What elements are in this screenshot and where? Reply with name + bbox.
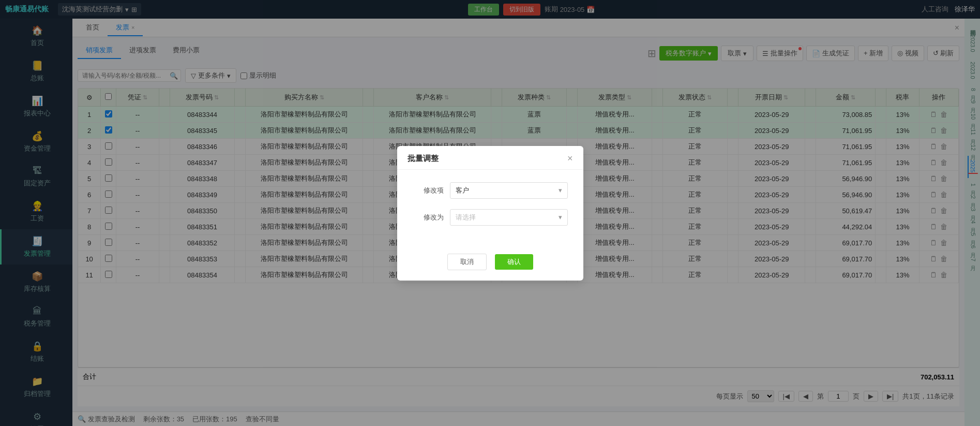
- modal-footer: 取消 确认: [397, 248, 583, 281]
- modal-change-row: 修改为 请选择 ▾: [413, 209, 568, 226]
- modal-change-label: 修改为: [413, 213, 444, 222]
- modal-overlay[interactable]: 批量调整 × 修改项 客户 ▾ 修改为 请选择 ▾ 取消 确认: [0, 0, 980, 426]
- modal-change-placeholder: 请选择: [456, 213, 476, 222]
- batch-adjust-modal: 批量调整 × 修改项 客户 ▾ 修改为 请选择 ▾ 取消 确认: [397, 146, 583, 281]
- modal-field-select[interactable]: 客户 ▾: [450, 182, 568, 199]
- modal-confirm-button[interactable]: 确认: [495, 254, 533, 270]
- modal-close-button[interactable]: ×: [567, 153, 573, 164]
- modal-cancel-button[interactable]: 取消: [447, 254, 487, 270]
- modal-body: 修改项 客户 ▾ 修改为 请选择 ▾: [397, 170, 583, 248]
- modal-field-row: 修改项 客户 ▾: [413, 182, 568, 199]
- modal-change-select[interactable]: 请选择 ▾: [450, 209, 568, 226]
- modal-field-value: 客户: [456, 186, 469, 195]
- modal-title: 批量调整: [408, 154, 439, 164]
- modal-field-label: 修改项: [413, 186, 444, 195]
- modal-header: 批量调整 ×: [397, 146, 583, 170]
- modal-field-arrow-icon: ▾: [559, 186, 562, 194]
- modal-change-arrow-icon: ▾: [559, 213, 562, 221]
